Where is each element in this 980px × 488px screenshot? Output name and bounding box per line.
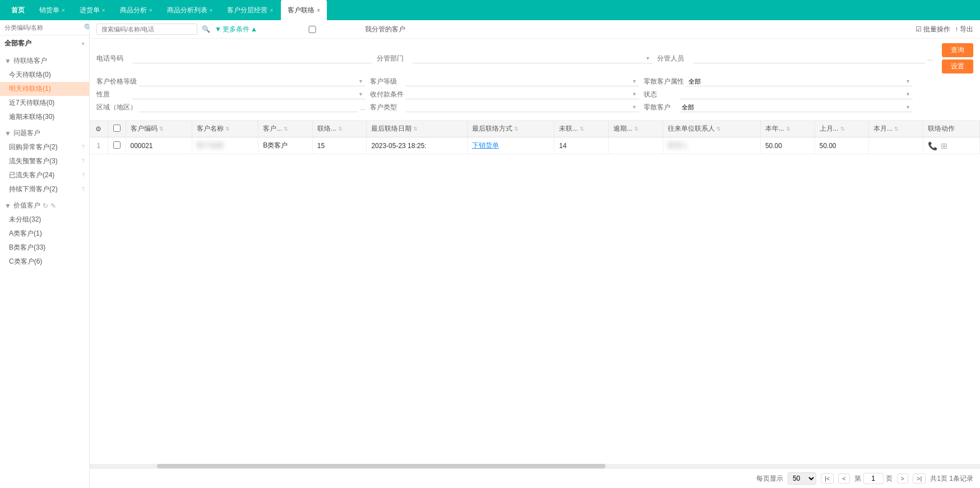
gender-select[interactable] [132,90,366,99]
customer-type-select[interactable] [406,103,639,112]
value-edit-icon[interactable]: ✎ [50,202,56,210]
sidebar-item-tomorrow[interactable]: 明天待联络(1) [0,82,89,96]
col-setting[interactable]: ⚙ [90,121,108,137]
help-icon-warning[interactable]: ? [81,158,85,164]
action-grid-icon[interactable]: ⊞ [941,141,947,150]
sort-contact-person[interactable]: ⇅ [716,126,721,132]
col-checkbox[interactable] [108,121,126,137]
dept-select[interactable] [413,54,653,63]
row-checkbox[interactable] [113,141,121,149]
reset-btn[interactable]: 设置 [942,59,973,73]
row-checkbox-cell[interactable] [108,137,126,154]
help-icon-lost[interactable]: ? [81,172,85,178]
row-last-method[interactable]: 下销货单 [467,137,554,154]
last-method-link[interactable]: 下销货单 [472,141,499,149]
status-select[interactable] [679,90,913,99]
sort-last-date[interactable]: ⇅ [413,126,418,132]
region-dots[interactable]: ... [360,104,366,112]
row-contact-person: 联系人 [663,137,760,154]
nav-item-0[interactable]: 销货单 × [33,0,72,20]
nav-close-5[interactable]: × [317,7,320,13]
sort-last-month[interactable]: ⇅ [840,126,845,132]
sidebar-item-warning[interactable]: 流失预警客户(3) ? [0,154,89,168]
group-title-value: ▼ 价值客户 ↻ ✎ [0,199,89,213]
nav-item-3[interactable]: 商品分析列表 × [160,0,220,20]
collapse-icon[interactable]: « [81,40,85,47]
value-refresh-icon[interactable]: ↻ [43,202,48,210]
group-arrow-value: ▼ [4,202,11,210]
filter-person: 分管人员 ... [657,54,933,63]
nav-item-4[interactable]: 客户分层经营 × [220,0,280,20]
sidebar-item-today[interactable]: 今天待联络(0) [0,68,89,82]
sidebar-item-classC[interactable]: C类客户(6) [0,255,89,269]
sort-this-month[interactable]: ⇅ [894,126,899,132]
retail-customer-label: 零散客户 [644,103,677,112]
first-page-btn[interactable]: |< [821,473,834,484]
sidebar-item-declining[interactable]: 持续下滑客户(2) ? [0,182,89,196]
prev-page-btn[interactable]: < [838,473,849,484]
search-input[interactable] [96,24,197,35]
nav-item-5[interactable]: 客户联络 × [281,0,327,20]
retail-attr-select[interactable]: 全部 [686,77,913,86]
nav-close-4[interactable]: × [270,7,273,13]
nav-item-1[interactable]: 进货单 × [73,0,112,20]
all-customers-header[interactable]: 全部客户 « [0,35,89,52]
sort-this-year[interactable]: ⇅ [786,126,791,132]
more-filters-btn[interactable]: ▼ 更多条件 ▲ [215,25,257,34]
sort-name[interactable]: ⇅ [225,126,230,132]
person-input[interactable] [693,54,925,63]
sidebar-item-overdue[interactable]: 逾期未联络(30) [0,110,89,124]
sidebar-search-input[interactable] [4,24,82,31]
help-icon-declining[interactable]: ? [81,186,85,192]
nav-close-2[interactable]: × [149,7,152,13]
export-btn[interactable]: ↑ 导出 [955,25,973,34]
scrollbar-thumb[interactable] [157,464,605,468]
export-icon: ↑ [955,25,958,33]
nav-close-3[interactable]: × [210,7,213,13]
row-overdue [608,137,663,154]
phone-input[interactable] [132,54,372,63]
sidebar-item-classA[interactable]: A类客户(1) [0,227,89,241]
payment-select[interactable] [406,90,639,99]
nav-label-2: 商品分析 [120,6,147,15]
sort-no-contact[interactable]: ⇅ [580,126,584,132]
sidebar-item-classB[interactable]: B类客户(33) [0,241,89,255]
sort-code[interactable]: ⇅ [159,126,164,132]
sidebar-item-7days[interactable]: 近7天待联络(0) [0,96,89,110]
person-dots[interactable]: ... [927,54,933,62]
next-page-btn[interactable]: > [897,473,908,484]
nav-home[interactable]: 首页 [4,0,31,20]
sort-type[interactable]: ⇅ [284,126,288,132]
last-page-btn[interactable]: >| [913,473,926,484]
query-btn[interactable]: 查询 [942,43,973,57]
sidebar-search-icon[interactable]: 🔍 [84,24,90,31]
filter-funnel-icon: ▼ [215,25,221,33]
filter-search-icon[interactable]: 🔍 [202,25,210,33]
nav-close-0[interactable]: × [62,7,65,13]
customer-type-wrapper: ▼ [406,103,639,112]
horizontal-scrollbar[interactable] [90,464,980,468]
action-phone-icon[interactable]: 📞 [928,141,937,150]
per-page-select[interactable]: 50 20 100 [788,472,816,485]
batch-op-btn[interactable]: ☑ 批量操作 [916,25,950,34]
sort-contact[interactable]: ⇅ [338,126,343,132]
group-arrow-pending: ▼ [4,57,11,65]
sort-overdue[interactable]: ⇅ [634,126,639,132]
region-input[interactable] [139,103,358,112]
customer-level-select[interactable] [406,77,639,86]
sort-last-method[interactable]: ⇅ [514,126,519,132]
page-info: 第 页 [854,473,893,484]
help-icon-abnormal[interactable]: ? [81,144,85,150]
my-customers-checkbox-label[interactable]: 我分管的客户 [262,25,405,34]
sidebar-item-lost[interactable]: 已流失客户(24) ? [0,168,89,182]
sidebar-item-abnormal[interactable]: 回购异常客户(2) ? [0,140,89,154]
total-records: 共1页 1条记录 [930,474,973,484]
nav-close-1[interactable]: × [102,7,105,13]
my-customers-checkbox[interactable] [262,26,363,33]
page-input[interactable] [863,473,884,484]
price-level-select[interactable] [139,77,366,86]
sidebar-item-ungroup[interactable]: 未分组(32) [0,213,89,227]
retail-customer-select[interactable]: 全部 [679,103,913,112]
nav-item-2[interactable]: 商品分析 × [113,0,159,20]
select-all-checkbox[interactable] [113,125,121,132]
